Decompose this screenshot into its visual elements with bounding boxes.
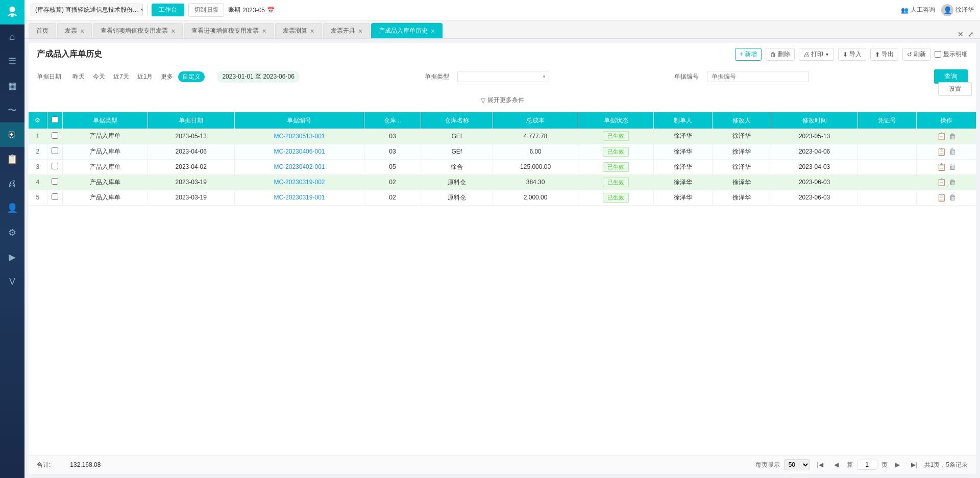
col-warehouse-name[interactable]: 仓库名称 <box>421 112 493 129</box>
edit-icon-4[interactable]: 📋 <box>937 193 946 202</box>
tab-home[interactable]: 首页 <box>29 23 56 38</box>
type-select[interactable]: 产品入库单 <box>457 71 549 82</box>
user-menu[interactable]: 👤 徐泽华 <box>941 4 974 16</box>
doc-number-link-4[interactable]: MC-20230319-001 <box>274 194 325 201</box>
sidebar-item-home[interactable]: ⌂ <box>0 24 24 49</box>
cell-number-0[interactable]: MC-20230513-001 <box>234 129 364 144</box>
tab-output-vat-close[interactable]: × <box>171 28 175 35</box>
edit-icon-2[interactable]: 📋 <box>937 163 946 171</box>
delete-icon-2[interactable]: 🗑 <box>949 163 956 171</box>
shortcut-yesterday[interactable]: 昨天 <box>69 71 88 82</box>
shortcut-more[interactable]: 更多 <box>158 71 176 82</box>
edit-icon-3[interactable]: 📋 <box>937 178 946 186</box>
first-page-btn[interactable]: |◀ <box>814 459 826 471</box>
sidebar-item-gear[interactable]: ⚙ <box>0 220 24 245</box>
new-button[interactable]: + 新增 <box>735 48 762 61</box>
cell-number-3[interactable]: MC-20230319-002 <box>234 174 364 190</box>
sidebar-item-user[interactable]: 👤 <box>0 196 24 220</box>
cell-number-4[interactable]: MC-20230319-001 <box>234 190 364 205</box>
row-checkbox-4[interactable] <box>52 193 58 200</box>
sidebar-item-play[interactable]: ▶ <box>0 245 24 269</box>
cell-checkbox-3[interactable] <box>47 174 62 190</box>
switch-period-button[interactable]: 切到旧版 <box>188 3 224 17</box>
col-total-cost[interactable]: 总成本 <box>493 112 578 129</box>
doc-number-link-3[interactable]: MC-20230319-002 <box>274 179 325 186</box>
col-date[interactable]: 单据日期 <box>148 112 234 129</box>
tab-invoice-calc-close[interactable]: × <box>310 28 314 35</box>
tab-close-all-icon[interactable]: ✕ <box>958 30 964 38</box>
tab-invoice-open[interactable]: 发票开具 × <box>323 23 370 38</box>
tab-input-vat-close[interactable]: × <box>262 28 266 35</box>
expand-more-button[interactable]: ▽ 展开更多条件 <box>475 94 530 107</box>
company-selector[interactable]: (库存核算) 直播轻统通信息技术股份... ▼ <box>31 4 143 16</box>
delete-button[interactable]: 🗑 删除 <box>766 48 795 61</box>
tab-expand-icon[interactable]: ⤢ <box>968 30 974 38</box>
delete-icon-1[interactable]: 🗑 <box>949 147 956 156</box>
doc-number-link-1[interactable]: MC-20230406-001 <box>274 148 325 155</box>
tab-output-vat[interactable]: 查看销项增值税专用发票 × <box>93 23 183 38</box>
calendar-icon[interactable]: 📅 <box>267 7 275 14</box>
shortcut-custom[interactable]: 自定义 <box>178 71 205 82</box>
cell-checkbox-1[interactable] <box>47 144 62 159</box>
tab-product-instock-close[interactable]: × <box>431 28 435 35</box>
tab-invoice-calc[interactable]: 发票测算 × <box>275 23 322 38</box>
support-link[interactable]: 👥 人工咨询 <box>901 6 935 14</box>
doc-number-link-0[interactable]: MC-20230513-001 <box>274 133 325 140</box>
edit-icon-1[interactable]: 📋 <box>937 147 946 156</box>
workbench-button[interactable]: 工作台 <box>152 4 184 16</box>
shortcut-7days[interactable]: 近7天 <box>110 71 132 82</box>
cell-number-1[interactable]: MC-20230406-001 <box>234 144 364 159</box>
tab-invoice-open-close[interactable]: × <box>358 28 362 35</box>
search-button[interactable]: 查询 <box>934 69 968 84</box>
col-warehouse-code[interactable]: 仓库... <box>364 112 421 129</box>
show-detail-checkbox[interactable] <box>935 51 941 58</box>
col-modify-time[interactable]: 修改时间 <box>771 112 857 129</box>
row-checkbox-2[interactable] <box>52 163 58 169</box>
import-button[interactable]: ⬇ 导入 <box>838 48 866 61</box>
col-number[interactable]: 单据编号 <box>234 112 364 129</box>
delete-icon-3[interactable]: 🗑 <box>949 178 956 186</box>
doc-number-link-2[interactable]: MC-20230402-001 <box>274 163 325 170</box>
sidebar-item-book[interactable]: 📋 <box>0 147 24 171</box>
delete-icon-4[interactable]: 🗑 <box>949 193 956 202</box>
tab-invoice-close[interactable]: × <box>80 28 84 35</box>
prev-page-btn[interactable]: ◀ <box>830 459 843 471</box>
shortcut-1month[interactable]: 近1月 <box>134 71 156 82</box>
shortcut-today[interactable]: 今天 <box>90 71 108 82</box>
sidebar-item-analysis[interactable]: 〜 <box>0 98 24 122</box>
row-checkbox-1[interactable] <box>52 147 58 154</box>
col-voucher[interactable]: 凭证号 <box>858 112 917 129</box>
print-button[interactable]: 🖨 打印 ▼ <box>799 48 834 61</box>
col-status[interactable]: 单据状态 <box>578 112 654 129</box>
edit-icon-0[interactable]: 📋 <box>937 132 946 140</box>
delete-icon-0[interactable]: 🗑 <box>949 132 956 140</box>
cell-checkbox-2[interactable] <box>47 159 62 174</box>
number-filter-input[interactable] <box>707 71 809 82</box>
tab-invoice[interactable]: 发票 × <box>57 23 92 38</box>
sidebar-item-chart[interactable]: ▦ <box>0 73 24 98</box>
row-checkbox-0[interactable] <box>52 132 58 139</box>
select-all-checkbox[interactable] <box>52 116 58 123</box>
col-checkbox[interactable] <box>47 112 62 129</box>
sidebar-item-stamp[interactable]: 🖨 <box>0 171 24 196</box>
sidebar-item-shield[interactable]: ⛨ <box>0 122 24 147</box>
last-page-btn[interactable]: ▶| <box>908 459 920 471</box>
settings-button[interactable]: 设置 <box>938 82 972 96</box>
row-checkbox-3[interactable] <box>52 178 58 185</box>
col-settings[interactable]: ⚙ <box>29 112 47 129</box>
page-size-select[interactable]: 50 100 200 <box>784 459 810 470</box>
sidebar-item-doc[interactable]: ☰ <box>0 49 24 73</box>
cell-checkbox-0[interactable] <box>47 129 62 144</box>
tab-input-vat[interactable]: 查看进项增值税专用发票 × <box>184 23 274 38</box>
refresh-button[interactable]: ↺ 刷新 <box>902 48 930 61</box>
export-button[interactable]: ⬆ 导出 <box>870 48 898 61</box>
col-type[interactable]: 单据类型 <box>62 112 148 129</box>
next-page-btn[interactable]: ▶ <box>892 459 904 471</box>
sidebar-item-v[interactable]: V <box>0 269 24 294</box>
cell-number-2[interactable]: MC-20230402-001 <box>234 159 364 174</box>
page-number-input[interactable] <box>857 460 877 470</box>
tab-product-instock[interactable]: 产成品入库单历史 × <box>371 23 443 38</box>
col-modifier[interactable]: 修改人 <box>712 112 771 129</box>
col-creator[interactable]: 制单人 <box>653 112 712 129</box>
cell-checkbox-4[interactable] <box>47 190 62 205</box>
